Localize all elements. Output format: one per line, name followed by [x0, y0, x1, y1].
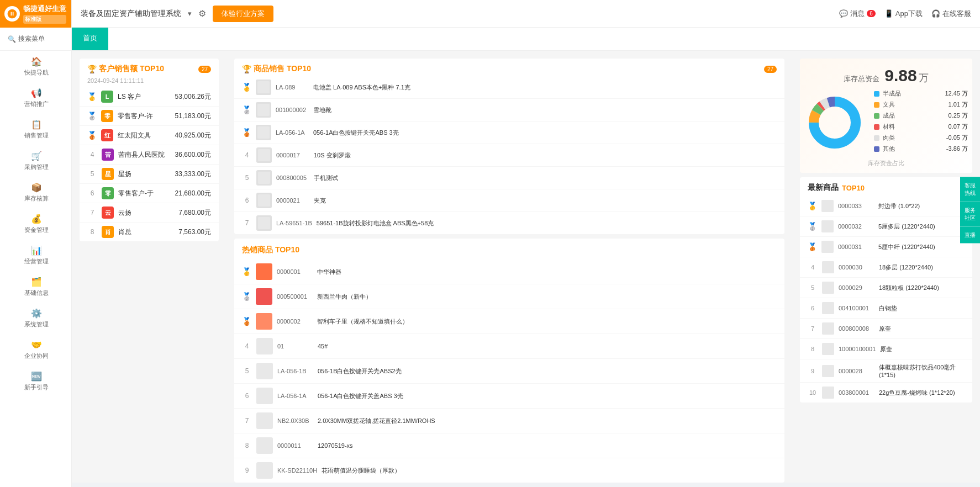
mobile-icon: 📱 [884, 9, 893, 18]
latest-products-subtitle: TOP10 [842, 184, 865, 192]
legend-label: 材料 [883, 123, 945, 131]
product-name: 5厘多层 (1220*2440) [878, 223, 965, 231]
topbar-dropdown-icon[interactable]: ▾ [188, 9, 192, 18]
svg-rect-4 [258, 172, 270, 184]
legend-value: 0.25 万 [949, 112, 968, 120]
table-row: 9 KK-SD22110H 花语萌值温分腿睡袋（厚款） [234, 458, 784, 483]
sidebar-item-system[interactable]: ⚙️ 系统管理 [0, 303, 71, 334]
customer-name: LS 客户 [118, 92, 171, 102]
sidebar-item-enterprise[interactable]: 🤝 企业协同 [0, 334, 71, 366]
sidebar-item-inventory[interactable]: 📦 库存核算 [0, 177, 71, 208]
product-name: 18颗粒板 (1220*2440) [879, 284, 965, 292]
product-thumbnail [256, 102, 271, 118]
goods-badge: 27 [764, 66, 777, 73]
table-row: 🥇 0000033 封边带 (1.0*22) [800, 196, 972, 216]
legend-value: 0.07 万 [949, 123, 968, 131]
product-name: 花语萌值温分腿睡袋（厚款） [322, 467, 777, 475]
sidebar-item-sales[interactable]: 📋 销售管理 [0, 114, 71, 145]
product-code: 0000032 [838, 223, 874, 230]
customer-ranking-title: 🏆 客户销售额 TOP10 [87, 64, 164, 74]
hot-products-list: 🥇 0000001 中华神器 🥈 000500001 新西兰牛肉（新牛） 🥉 [234, 260, 784, 483]
goods-ranking-title: 🏆 商品销售 TOP10 [242, 64, 311, 74]
customer-amount: 7,563.00元 [178, 227, 211, 237]
inventory-panel: 库存总资金 9.88 万 [800, 59, 972, 173]
inventory-title: 库存总资金 [844, 75, 879, 83]
sidebar-item-guide[interactable]: 🆕 新手引导 [0, 366, 71, 397]
customer-ranking-header: 🏆 客户销售额 TOP10 27 [80, 59, 219, 76]
product-code: LA-59651-1B [276, 220, 312, 226]
rank-medal: 🥉 [87, 131, 97, 140]
product-thumbnail [256, 80, 271, 95]
topbar: 装备及固定资产辅助管理系统 ▾ ⚙ 体验行业方案 💬 消息 6 📱 App下载 … [72, 0, 980, 28]
customer-name: 红太阳文具 [118, 131, 171, 140]
product-thumbnail [821, 200, 834, 212]
rank-number: 8 [87, 228, 97, 236]
product-name: 22g鱼豆腐-烧烤味 (1*12*20) [879, 389, 965, 397]
customer-name: 云扬 [118, 208, 174, 218]
rank-medal: 🥈 [808, 222, 817, 231]
tab-home[interactable]: 首页 [72, 28, 108, 50]
message-badge: 6 [867, 10, 876, 17]
sidebar-item-purchase[interactable]: 🛒 采购管理 [0, 145, 71, 177]
product-code: 000800008 [839, 325, 874, 332]
search-menu-btn[interactable]: 🔍 搜索菜单 [4, 32, 67, 46]
legend-label: 半成品 [883, 89, 941, 98]
svg-rect-18 [822, 282, 834, 294]
trophy-icon-goods: 🏆 [242, 65, 251, 73]
product-thumbnail [256, 437, 273, 454]
customer-ranking-list: 🥇 L LS 客户 53,006.26元 🥈 零 零售客户-许 51,183.0… [80, 87, 219, 241]
latest-products-list: 🥇 0000033 封边带 (1.0*22) 🥈 0000032 5 [800, 196, 972, 403]
rank-medal: 🥇 [87, 92, 97, 101]
float-cs-hotline[interactable]: 客服热线 [960, 177, 980, 202]
avatar: 零 [102, 187, 114, 199]
table-row: 5 星 星扬 33,333.00元 [80, 165, 219, 184]
sidebar-item-marketing[interactable]: 📢 营销推广 [0, 82, 71, 114]
product-thumbnail [256, 147, 272, 163]
table-row: 5 0000029 18颗粒板 (1220*2440) [800, 278, 972, 298]
sidebar-search-area[interactable]: 🔍 搜索菜单 [0, 28, 71, 51]
sidebar-item-quick-nav[interactable]: 🏠 快捷导航 [0, 51, 71, 82]
product-name: 手机测试 [314, 174, 777, 182]
product-name: 056-1A白色按键开关壳ABS 3壳 [313, 129, 777, 137]
product-thumbnail [256, 462, 273, 479]
svg-rect-3 [258, 149, 270, 161]
legend-color [874, 124, 879, 130]
sidebar-item-operations[interactable]: 📊 经营管理 [0, 240, 71, 271]
table-row: 6 0000021 夹克 [234, 189, 784, 212]
sidebar-item-label: 资金管理 [24, 226, 49, 234]
product-code: LA-089 [276, 84, 309, 91]
sidebar-item-label: 库存核算 [24, 194, 49, 203]
product-name: 电池盖 LA-089 ABS本色+黑种 7.1克 [313, 83, 777, 92]
product-name: 白钢垫 [879, 304, 965, 313]
rank-medal: 🥉 [808, 242, 817, 251]
rank-number: 10 [808, 389, 818, 396]
rank-number: 9 [242, 467, 252, 474]
right-column: 库存总资金 9.88 万 [792, 51, 980, 483]
goods-ranking-panel: 🏆 商品销售 TOP10 27 🥇 LA-089 电池盖 LA-089 ABS本… [234, 59, 784, 234]
sidebar-item-basic-info[interactable]: 🗂️ 基础信息 [0, 271, 71, 303]
topbar-settings-icon[interactable]: ⚙ [198, 8, 206, 19]
message-btn[interactable]: 💬 消息 6 [839, 9, 876, 19]
float-cs-community[interactable]: 服务社区 [960, 202, 980, 227]
float-cs-live[interactable]: 直播 [960, 227, 980, 244]
rank-medal: 🥇 [808, 202, 817, 210]
legend-value: -3.86 万 [946, 145, 968, 153]
table-row: 🥈 001000002 雪地靴 [234, 99, 784, 121]
table-row: 🥇 LA-089 电池盖 LA-089 ABS本色+黑种 7.1克 [234, 76, 784, 99]
table-row: 🥈 零 零售客户-许 51,183.00元 [80, 107, 219, 126]
legend-item: 肉类 -0.05 万 [874, 134, 968, 142]
table-row: 7 NB2.0X30B 2.0X30MM双搓花轴,搓花直径2.1MM/ROHS [234, 409, 784, 433]
table-row: 9 0000028 体概嘉核味苏打饮品400毫升 (1*15) [800, 359, 972, 383]
online-service-btn[interactable]: 🎧 在线客服 [931, 9, 971, 19]
nav-icon-ops: 📊 [31, 245, 42, 256]
product-thumbnail [256, 263, 272, 280]
product-name: 056-1A白色按键开关盖ABS 3壳 [318, 392, 777, 400]
rank-number: 7 [808, 325, 818, 332]
trial-btn[interactable]: 体验行业方案 [213, 6, 273, 22]
product-name: 雪地靴 [313, 106, 777, 114]
app-download-btn[interactable]: 📱 App下载 [884, 9, 923, 19]
customer-name: 星扬 [118, 170, 171, 179]
sidebar-item-finance[interactable]: 💰 资金管理 [0, 208, 71, 240]
product-code: LA-056-1A [277, 393, 313, 399]
product-thumbnail [822, 365, 834, 377]
